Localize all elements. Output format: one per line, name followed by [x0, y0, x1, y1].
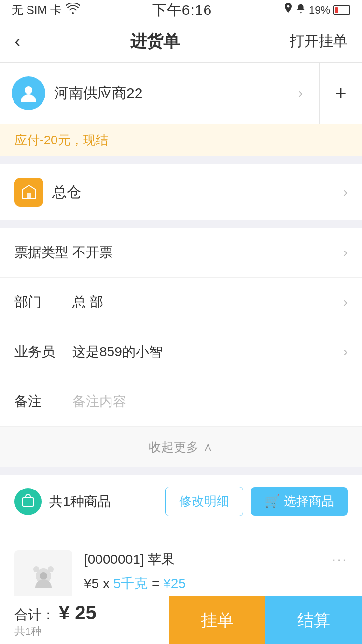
remark-row[interactable]: 备注 备注内容: [0, 377, 362, 427]
supplier-avatar: [12, 76, 45, 110]
status-bar: 无 SIM 卡 下午6:16 19%: [0, 0, 362, 20]
location-icon: [284, 3, 292, 17]
invoice-type-row[interactable]: 票据类型 不开票 ›: [0, 228, 362, 278]
chevron-right-icon: ›: [343, 294, 348, 310]
chevron-right-icon: ›: [343, 184, 348, 200]
user-icon: [19, 84, 38, 103]
checkout-button[interactable]: 结算: [265, 596, 362, 644]
back-button[interactable]: ‹: [14, 31, 20, 52]
edit-detail-button[interactable]: 修改明细: [165, 487, 243, 516]
open-pending-button[interactable]: 打开挂单: [290, 31, 348, 51]
product-info: [0000001] 苹果 ¥5 x 5千克 = ¥25: [84, 550, 320, 593]
select-product-button[interactable]: 🛒 选择商品: [251, 487, 348, 516]
department-value: 总 部: [72, 293, 343, 311]
chevron-right-icon: ›: [343, 245, 348, 260]
department-label: 部门: [14, 293, 72, 311]
carrier-text: 无 SIM 卡: [12, 2, 62, 18]
wifi-icon: [66, 3, 80, 17]
status-right: 19%: [284, 3, 350, 17]
alarm-icon: [295, 3, 306, 17]
product-more-button[interactable]: ···: [332, 550, 348, 568]
salesperson-value: 这是859的小智: [72, 343, 343, 361]
status-left: 无 SIM 卡: [12, 2, 80, 18]
collapse-button[interactable]: 收起更多 ∧: [0, 427, 362, 467]
suspend-button[interactable]: 挂单: [169, 596, 265, 644]
item-count: 共1种: [14, 624, 154, 639]
supplier-section: 河南供应商22 › +: [0, 63, 362, 124]
svg-rect-2: [22, 498, 34, 506]
chevron-right-icon: ›: [298, 85, 303, 101]
total-price: ¥25: [163, 576, 186, 591]
battery-icon: [333, 5, 350, 15]
svg-rect-1: [27, 193, 31, 198]
battery-text: 19%: [309, 4, 330, 16]
product-placeholder-icon: [27, 562, 60, 596]
notice-bar: 应付-20元，现结: [0, 124, 362, 156]
warehouse-selector[interactable]: 总仓 ›: [0, 164, 362, 220]
add-supplier-button[interactable]: +: [320, 63, 362, 124]
cart-icon: [20, 494, 36, 509]
unit-price: ¥5: [84, 576, 99, 591]
salesperson-row[interactable]: 业务员 这是859的小智 ›: [0, 327, 362, 377]
form-section: 票据类型 不开票 › 部门 总 部 › 业务员 这是859的小智 › 备注 备注…: [0, 228, 362, 467]
remark-label: 备注: [14, 392, 72, 411]
products-count: 共1种商品: [49, 492, 157, 511]
svg-point-0: [25, 86, 32, 94]
svg-point-4: [40, 572, 47, 580]
product-name: [0000001] 苹果: [84, 550, 320, 569]
invoice-type-value: 不开票: [72, 243, 343, 262]
total-amount: ¥ 25: [59, 602, 97, 623]
total-label: 合计：: [14, 607, 55, 622]
svg-point-6: [48, 566, 54, 572]
products-icon: [14, 488, 42, 515]
warehouse-name: 总仓: [52, 182, 334, 202]
footer-total: 合计： ¥ 25 共1种: [0, 596, 169, 644]
total-row: 合计： ¥ 25: [14, 602, 154, 624]
warehouse-icon: [21, 184, 37, 200]
cart-icon: 🛒: [265, 494, 280, 509]
salesperson-label: 业务员: [14, 343, 72, 361]
warehouse-icon-bg: [14, 178, 43, 207]
quantity: 5千克: [113, 576, 148, 591]
svg-point-5: [33, 566, 39, 572]
invoice-type-label: 票据类型: [14, 243, 72, 262]
product-price: ¥5 x 5千克 = ¥25: [84, 574, 320, 593]
status-time: 下午6:16: [152, 0, 212, 20]
supplier-selector[interactable]: 河南供应商22 ›: [0, 63, 319, 124]
products-header: 共1种商品 修改明细 🛒 选择商品: [0, 475, 362, 528]
supplier-name: 河南供应商22: [54, 84, 290, 103]
page-title: 进货单: [130, 30, 180, 53]
nav-bar: ‹ 进货单 打开挂单: [0, 20, 362, 63]
department-row[interactable]: 部门 总 部 ›: [0, 278, 362, 327]
footer: 合计： ¥ 25 共1种 挂单 结算: [0, 596, 362, 644]
chevron-right-icon: ›: [343, 344, 348, 360]
remark-placeholder: 备注内容: [72, 392, 348, 411]
